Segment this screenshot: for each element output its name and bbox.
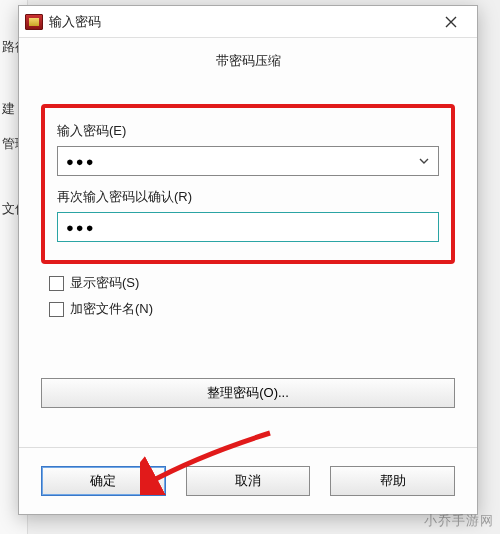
checkbox-icon: [49, 302, 64, 317]
options-group: 显示密码(S) 加密文件名(N): [41, 264, 455, 318]
help-button[interactable]: 帮助: [330, 466, 455, 496]
password-input[interactable]: [57, 146, 439, 176]
show-password-label: 显示密码(S): [70, 274, 139, 292]
archive-icon: [25, 14, 43, 30]
password-dropdown-button[interactable]: [415, 152, 433, 170]
titlebar: 输入密码: [19, 6, 477, 38]
encrypt-filenames-label: 加密文件名(N): [70, 300, 153, 318]
close-button[interactable]: [429, 7, 473, 37]
dialog-title: 输入密码: [49, 13, 429, 31]
confirm-password-input[interactable]: [57, 212, 439, 242]
password-dialog: 输入密码 带密码压缩 输入密码(E) 再次输入密码以确认(R) 显示密码(S): [18, 5, 478, 515]
dialog-content: 输入密码(E) 再次输入密码以确认(R) 显示密码(S) 加密文件名(N): [19, 78, 477, 435]
show-password-checkbox[interactable]: 显示密码(S): [49, 274, 447, 292]
password-label: 输入密码(E): [57, 122, 439, 140]
bg-label-new: 建: [2, 100, 15, 118]
close-icon: [445, 16, 457, 28]
dialog-button-row: 确定 取消 帮助: [19, 447, 477, 514]
organize-passwords-button[interactable]: 整理密码(O)...: [41, 378, 455, 408]
cancel-button[interactable]: 取消: [186, 466, 311, 496]
ok-button[interactable]: 确定: [41, 466, 166, 496]
chevron-down-icon: [419, 158, 429, 164]
watermark-text: 小乔手游网: [424, 512, 494, 530]
password-fields-highlight: 输入密码(E) 再次输入密码以确认(R): [41, 104, 455, 264]
confirm-password-label: 再次输入密码以确认(R): [57, 188, 439, 206]
encrypt-filenames-checkbox[interactable]: 加密文件名(N): [49, 300, 447, 318]
dialog-subtitle: 带密码压缩: [19, 38, 477, 78]
checkbox-icon: [49, 276, 64, 291]
